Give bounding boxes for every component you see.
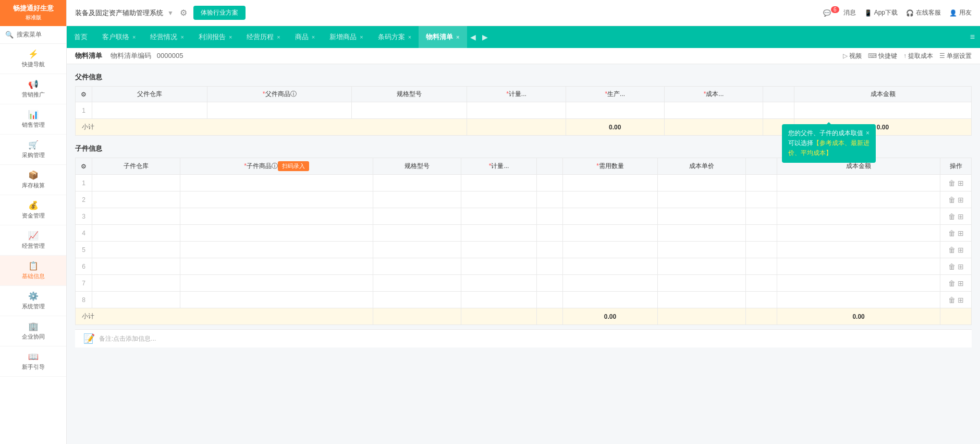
sidebar-item-system[interactable]: ⚙️ 系统管理 (0, 286, 66, 316)
child-row-3-copy-btn[interactable]: ⊞ (958, 212, 964, 221)
single-settings-action[interactable]: ☰ 单据设置 (939, 52, 972, 61)
child-row-3-delete-btn[interactable]: 🗑 (948, 212, 956, 221)
child-row-4-cost-amount[interactable] (777, 225, 940, 242)
child-row-7-copy-btn[interactable]: ⊞ (958, 279, 964, 287)
child-row-2-spec[interactable] (373, 191, 461, 208)
parent-row-1-produce[interactable] (566, 102, 664, 119)
child-row-5-spec[interactable] (373, 242, 461, 258)
child-row-6-spec[interactable] (373, 258, 461, 275)
tab-bom-close[interactable]: × (456, 34, 459, 40)
try-button[interactable]: 体验行业方案 (193, 6, 246, 20)
remark-placeholder[interactable]: 备注:点击添加信息... (99, 334, 156, 343)
child-row-4-unit[interactable] (461, 225, 537, 242)
tab-history[interactable]: 经营历程 × (239, 26, 287, 48)
child-row-8-warehouse[interactable] (92, 292, 180, 308)
child-row-8-qty[interactable] (563, 292, 658, 308)
child-row-4-delete-btn[interactable]: 🗑 (948, 229, 956, 237)
breadcrumb-bom[interactable]: 物料清单 (75, 51, 102, 61)
tab-product[interactable]: 商品 × (288, 26, 322, 48)
child-row-1-cost-amount[interactable] (777, 175, 940, 191)
child-row-8-copy-btn[interactable]: ⊞ (958, 296, 964, 304)
child-row-8-cost-amount[interactable] (777, 292, 940, 308)
child-row-8-unit-price[interactable] (657, 292, 745, 308)
child-row-1-copy-btn[interactable]: ⊞ (958, 179, 964, 187)
tab-product-close[interactable]: × (312, 34, 315, 40)
child-row-2-warehouse[interactable] (92, 191, 180, 208)
parent-row-1-cost-amount[interactable] (794, 102, 972, 119)
child-row-8-product[interactable] (180, 292, 373, 308)
sidebar-item-basic-info[interactable]: 📋 基础信息 (0, 256, 66, 286)
parent-row-1-product[interactable] (207, 102, 352, 119)
child-row-1-delete-btn[interactable]: 🗑 (948, 179, 956, 187)
tab-history-close[interactable]: × (277, 34, 280, 40)
child-row-3-product[interactable] (180, 208, 373, 225)
child-row-2-cost-amount[interactable] (777, 191, 940, 208)
child-row-4-copy-btn[interactable]: ⊞ (958, 229, 964, 237)
child-row-6-copy-btn[interactable]: ⊞ (958, 262, 964, 271)
child-row-5-copy-btn[interactable]: ⊞ (958, 246, 964, 254)
child-row-7-product[interactable] (180, 275, 373, 292)
child-row-1-qty[interactable] (563, 175, 658, 191)
parent-row-1-warehouse[interactable] (92, 102, 207, 119)
user-action[interactable]: 👤 用友 (949, 8, 972, 17)
tab-barcode[interactable]: 条码方案 × (371, 26, 419, 48)
child-row-4-warehouse[interactable] (92, 225, 180, 242)
sidebar-item-sales[interactable]: 📊 销售管理 (0, 104, 66, 135)
child-row-7-warehouse[interactable] (92, 275, 180, 292)
child-row-1-product[interactable] (180, 175, 373, 191)
nav-prev-arrow[interactable]: ◀ (467, 26, 479, 48)
tab-operation[interactable]: 经营情况 × (143, 26, 191, 48)
child-row-6-unit[interactable] (461, 258, 537, 275)
child-row-6-warehouse[interactable] (92, 258, 180, 275)
child-row-1-unit-price[interactable] (657, 175, 745, 191)
child-row-5-unit-price[interactable] (657, 242, 745, 258)
child-row-4-unit-price[interactable] (657, 225, 745, 242)
sidebar-item-marketing[interactable]: 📢 营销推广 (0, 74, 66, 104)
sidebar-item-operation[interactable]: 📈 经营管理 (0, 225, 66, 256)
parent-row-1-spec[interactable] (352, 102, 467, 119)
message-action[interactable]: 💬 6 消息 (823, 8, 856, 17)
sidebar-item-purchase[interactable]: 🛒 采购管理 (0, 135, 66, 165)
sidebar-item-search[interactable]: 🔍 搜索菜单 (0, 26, 66, 44)
child-row-3-warehouse[interactable] (92, 208, 180, 225)
tab-bom[interactable]: 物料清单 × (419, 26, 467, 48)
child-row-2-delete-btn[interactable]: 🗑 (948, 196, 956, 204)
child-row-8-delete-btn[interactable]: 🗑 (948, 296, 956, 304)
shortcut-action[interactable]: ⌨ 快捷键 (868, 52, 897, 61)
child-row-8-spec[interactable] (373, 292, 461, 308)
child-row-3-spec[interactable] (373, 208, 461, 225)
child-row-8-unit[interactable] (461, 292, 537, 308)
child-row-3-cost-amount[interactable] (777, 208, 940, 225)
parent-row-1-cost[interactable] (664, 102, 763, 119)
child-row-5-qty[interactable] (563, 242, 658, 258)
tooltip-close[interactable]: × (866, 128, 869, 138)
child-row-4-product[interactable] (180, 225, 373, 242)
child-row-4-qty[interactable] (563, 225, 658, 242)
child-row-2-copy-btn[interactable]: ⊞ (958, 196, 964, 204)
sidebar-item-enterprise[interactable]: 🏢 企业协同 (0, 316, 66, 346)
sidebar-item-quick-nav[interactable]: ⚡ 快捷导航 (0, 44, 66, 74)
child-row-2-product[interactable] (180, 191, 373, 208)
child-row-2-unit[interactable] (461, 191, 537, 208)
child-row-2-qty[interactable] (563, 191, 658, 208)
sidebar-item-inventory[interactable]: 📦 库存核算 (0, 165, 66, 195)
child-row-1-spec[interactable] (373, 175, 461, 191)
child-row-5-delete-btn[interactable]: 🗑 (948, 246, 956, 254)
child-row-6-qty[interactable] (563, 258, 658, 275)
app-download-action[interactable]: 📱 App下载 (864, 8, 898, 17)
tab-customer-close[interactable]: × (132, 34, 136, 40)
video-action[interactable]: ▷ 视频 (843, 52, 862, 61)
child-row-5-unit[interactable] (461, 242, 537, 258)
child-row-6-unit-price[interactable] (657, 258, 745, 275)
child-row-7-cost-amount[interactable] (777, 275, 940, 292)
tab-customer[interactable]: 客户联络 × (95, 26, 143, 48)
child-row-7-spec[interactable] (373, 275, 461, 292)
child-row-7-unit-price[interactable] (657, 275, 745, 292)
child-row-3-unit[interactable] (461, 208, 537, 225)
extract-cost-action[interactable]: ↑ 提取成本 (903, 52, 933, 61)
tab-profit[interactable]: 利润报告 × (191, 26, 239, 48)
child-row-5-cost-amount[interactable] (777, 242, 940, 258)
close-all-tabs[interactable]: ≡ (965, 26, 980, 48)
settings-icon[interactable]: ⚙ (178, 6, 189, 20)
parent-row-1-unit[interactable] (467, 102, 566, 119)
